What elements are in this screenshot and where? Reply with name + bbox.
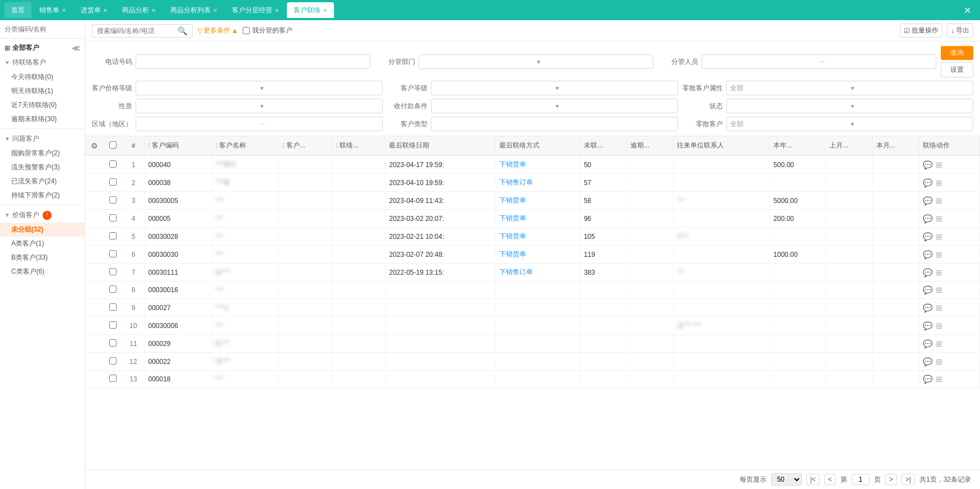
chat-icon-0[interactable]: 💬 (923, 160, 932, 169)
grid-action-icon-11[interactable]: ⊞ (936, 357, 942, 366)
sidebar-item-class-b[interactable]: B类客户(33) (0, 251, 85, 265)
batch-ops-btn[interactable]: ☑ 批量操作 (900, 24, 942, 38)
ellipsis-icon-2[interactable]: ··· (257, 120, 379, 128)
grid-action-icon-2[interactable]: ⊞ (936, 196, 942, 205)
last-method-link-5[interactable]: 下销货单 (499, 250, 526, 258)
settings-col-header[interactable]: ⚙ (85, 136, 105, 155)
grid-action-icon-6[interactable]: ⊞ (936, 268, 942, 277)
sidebar-collapse-btn[interactable]: ≪ (72, 44, 80, 53)
nature-select[interactable]: ▼ (136, 99, 383, 113)
sidebar-group-pending[interactable]: ▼ 待联络客户 (0, 55, 85, 70)
more-conditions-btn[interactable]: ▽ 更多条件 ▲ (197, 26, 238, 35)
grid-action-icon-10[interactable]: ⊞ (936, 339, 942, 348)
window-close-button[interactable]: ✕ (959, 5, 976, 16)
row-checkbox-input-5[interactable] (109, 250, 117, 257)
last-method-link-4[interactable]: 下销货单 (499, 232, 526, 240)
export-btn[interactable]: ↓ 导出 (947, 24, 973, 38)
grid-action-icon-1[interactable]: ⊞ (936, 178, 942, 187)
chat-icon-5[interactable]: 💬 (923, 250, 932, 259)
sidebar-item-churned[interactable]: 已流失客户(24) (0, 174, 85, 188)
row-checkbox-input-6[interactable] (109, 268, 117, 275)
retail-customer-select[interactable]: 全部 ▼ (726, 117, 973, 131)
tab-product-analysis[interactable]: 商品分析 ✕ (115, 2, 162, 18)
grid-action-icon-8[interactable]: ⊞ (936, 303, 942, 312)
chat-icon-10[interactable]: 💬 (923, 339, 932, 348)
close-tab-customer-contact[interactable]: ✕ (323, 7, 327, 13)
row-checkbox-input-7[interactable] (109, 285, 117, 293)
chat-icon-7[interactable]: 💬 (923, 285, 932, 294)
reset-button[interactable]: 设置 (941, 62, 973, 77)
page-size-select[interactable]: 50 100 (771, 473, 802, 486)
close-tab-product-analysis-list[interactable]: ✕ (213, 7, 217, 13)
chat-icon-1[interactable]: 💬 (923, 178, 932, 187)
grid-action-icon-4[interactable]: ⊞ (936, 232, 942, 241)
last-method-link-0[interactable]: 下销货单 (499, 160, 526, 168)
row-checkbox-input-1[interactable] (109, 178, 117, 186)
row-checkbox-input-2[interactable] (109, 196, 117, 204)
close-tab-customer-segment[interactable]: ✕ (275, 7, 279, 13)
chat-icon-11[interactable]: 💬 (923, 357, 932, 366)
row-checkbox-input-10[interactable] (109, 339, 117, 347)
sidebar-item-class-a[interactable]: A类客户(1) (0, 237, 85, 251)
row-checkbox-input-4[interactable] (109, 232, 117, 239)
grid-action-icon-9[interactable]: ⊞ (936, 321, 942, 330)
grid-action-icon-3[interactable]: ⊞ (936, 214, 942, 223)
tab-home[interactable]: 首页 (4, 2, 31, 18)
sidebar-all-customers[interactable]: ⊞ 全部客户 ≪ (0, 39, 85, 55)
grid-action-icon-7[interactable]: ⊞ (936, 285, 942, 294)
sidebar-item-churn-warning[interactable]: 流失预警客户(3) (0, 160, 85, 174)
my-customers-checkbox[interactable] (243, 27, 250, 34)
row-checkbox-input-0[interactable] (109, 160, 117, 168)
chat-icon-9[interactable]: 💬 (923, 321, 932, 330)
sidebar-item-7days[interactable]: 近7天待联络(0) (0, 98, 85, 112)
last-method-link-2[interactable]: 下销货单 (499, 196, 526, 204)
grid-action-icon-5[interactable]: ⊞ (936, 250, 942, 259)
sidebar-group-problem[interactable]: ▼ 问题客户 (0, 131, 85, 146)
row-checkbox-input-3[interactable] (109, 214, 117, 222)
sidebar-search-input[interactable] (4, 25, 85, 33)
main-search-icon[interactable]: 🔍 (178, 26, 187, 35)
retail-attr-select[interactable]: 全部 ▼ (726, 81, 973, 95)
settings-icon[interactable]: ⚙ (89, 140, 100, 151)
row-checkbox-input-8[interactable] (109, 303, 117, 311)
row-checkbox-input-9[interactable] (109, 321, 117, 329)
last-page-btn[interactable]: >| (902, 474, 915, 485)
chat-icon-8[interactable]: 💬 (923, 303, 932, 312)
row-checkbox-input-11[interactable] (109, 357, 117, 365)
tab-customer-segment[interactable]: 客户分层经营 ✕ (225, 2, 286, 18)
tab-product-analysis-list[interactable]: 商品分析列表 ✕ (164, 2, 224, 18)
dept-select[interactable]: ▼ (419, 54, 653, 69)
staff-select[interactable]: ··· (702, 54, 936, 69)
sidebar-item-ungrouped[interactable]: 未分组(32) (0, 223, 85, 237)
price-level-select[interactable]: ▼ (136, 81, 383, 95)
close-tab-product-analysis[interactable]: ✕ (151, 7, 156, 13)
chat-icon-4[interactable]: 💬 (923, 232, 932, 241)
last-method-link-1[interactable]: 下销售订单 (499, 178, 533, 186)
tab-customer-contact[interactable]: 客户联络 ✕ (287, 2, 334, 18)
grid-action-icon-0[interactable]: ⊞ (936, 160, 942, 169)
grid-action-icon-12[interactable]: ⊞ (936, 375, 942, 384)
main-search-input[interactable] (97, 27, 175, 35)
sidebar-item-abnormal[interactable]: 囤购异常客户(2) (0, 146, 85, 160)
close-tab-sales[interactable]: ✕ (62, 7, 66, 13)
chat-icon-12[interactable]: 💬 (923, 375, 932, 384)
page-input[interactable] (852, 474, 870, 485)
first-page-btn[interactable]: |< (806, 474, 820, 485)
chat-icon-6[interactable]: 💬 (923, 268, 932, 277)
close-tab-purchase[interactable]: ✕ (103, 7, 108, 13)
sidebar-item-class-c[interactable]: C类客户(6) (0, 265, 85, 279)
tab-purchase[interactable]: 进货单 ✕ (74, 2, 114, 18)
tab-sales[interactable]: 销售单 ✕ (32, 2, 73, 18)
chat-icon-3[interactable]: 💬 (923, 214, 932, 223)
ellipsis-icon[interactable]: ··· (817, 58, 933, 66)
select-all-checkbox[interactable] (109, 141, 117, 149)
prev-page-btn[interactable]: < (824, 474, 836, 485)
phone-input[interactable] (136, 54, 370, 69)
sidebar-item-overdue[interactable]: 逾期未联络(30) (0, 112, 85, 126)
row-checkbox-input-12[interactable] (109, 375, 117, 382)
sidebar-group-value[interactable]: ▼ 价值客户 ! (0, 207, 85, 223)
search-button[interactable]: 查询 (941, 46, 973, 60)
customer-type-select[interactable] (431, 117, 678, 131)
status-select[interactable]: ▼ (726, 99, 973, 113)
last-method-link-3[interactable]: 下销货单 (499, 214, 526, 222)
